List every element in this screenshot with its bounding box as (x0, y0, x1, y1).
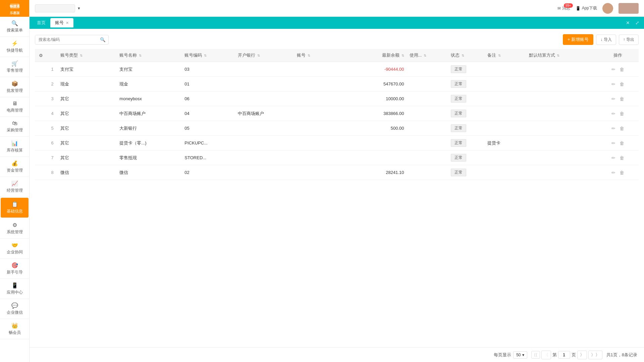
edit-button-3[interactable]: ✏ (610, 110, 617, 117)
tab-home[interactable]: 首页 (32, 18, 50, 27)
page-size-select: 每页显示 50 ▾ (494, 351, 527, 359)
row-balance-7: 28241.10 (342, 165, 407, 180)
edit-button-4[interactable]: ✏ (610, 125, 617, 132)
search-button[interactable]: 🔍 (97, 35, 108, 44)
delete-button-4[interactable]: 🗑 (618, 125, 626, 132)
window-close-button[interactable]: ✕ (624, 19, 632, 26)
row-type-1: 现金 (58, 77, 117, 92)
delete-button-6[interactable]: 🗑 (618, 155, 626, 161)
edit-button-2[interactable]: ✏ (610, 96, 617, 102)
col-use[interactable]: 使用... ⇅ (407, 49, 448, 62)
row-account-2 (294, 92, 341, 106)
accounts-table: ⚙ 账号类型 ⇅ 账号名称 ⇅ 账号编码 ⇅ 开户银行 ⇅ 账号 ⇅ 最新余额 … (35, 49, 639, 180)
row-remark-3 (485, 106, 526, 121)
edit-button-1[interactable]: ✏ (610, 81, 617, 87)
delete-button-2[interactable]: 🗑 (618, 96, 626, 102)
edit-button-0[interactable]: ✏ (610, 66, 617, 73)
first-page-button[interactable]: ⟨⟨ (531, 351, 540, 359)
sidebar-item-system[interactable]: ⚙系统管理 (0, 219, 29, 239)
prev-page-button[interactable]: 〈 (541, 351, 551, 359)
sidebar-item-guide[interactable]: 🎯新手引导 (0, 259, 29, 279)
sidebar-item-search-menu[interactable]: 🔍搜索菜单 (0, 17, 29, 37)
sidebar-item-wholesale[interactable]: 📦批发管理 (0, 77, 29, 97)
export-button[interactable]: ↑ 导出 (619, 35, 639, 45)
sidebar-item-app-center[interactable]: 📱应用中心 (0, 279, 29, 299)
row-account-6 (294, 150, 341, 165)
tab-accounts[interactable]: 账号 ✕ (50, 18, 73, 27)
col-default[interactable]: 默认结算方式 ⇅ (526, 49, 597, 62)
row-settings-5 (35, 136, 47, 150)
row-bank-2 (235, 92, 294, 106)
col-status[interactable]: 状态 ⇅ (448, 49, 485, 62)
sidebar-item-enterprise-wechat[interactable]: 💬企业微信 (0, 299, 29, 319)
col-remark[interactable]: 备注 ⇅ (485, 49, 526, 62)
sidebar-item-basic-info[interactable]: 📋基础信息 (1, 198, 29, 218)
col-balance[interactable]: 最新余额 ⇅ (342, 49, 407, 62)
sidebar-item-cooperation[interactable]: 🤝企业协同 (0, 239, 29, 259)
app-download-button[interactable]: 📱 App下载 (576, 5, 597, 11)
add-account-button[interactable]: + 新增账号 (563, 34, 593, 45)
row-balance-3: 383866.00 (342, 106, 407, 121)
sidebar-icon-basic-info: 📋 (11, 201, 18, 207)
col-account[interactable]: 账号 ⇅ (294, 49, 341, 62)
svg-text:畅捷通: 畅捷通 (10, 4, 20, 8)
import-button[interactable]: ↓ 导入 (596, 35, 616, 45)
sidebar-item-quick-nav[interactable]: ⚡快捷导航 (0, 37, 29, 57)
delete-button-5[interactable]: 🗑 (618, 140, 626, 146)
topbar-dropdown[interactable]: ▾ (78, 6, 80, 11)
sidebar-item-ecommerce[interactable]: 🖥电商管理 (0, 97, 29, 117)
row-remark-2 (485, 92, 526, 106)
content-area: 🔍 + 新增账号 ↓ 导入 ↑ 导出 ⚙ 账号类型 ⇅ (30, 29, 644, 362)
row-settings-7 (35, 165, 47, 180)
message-button[interactable]: ✉ 消息 99+ (557, 5, 570, 11)
window-maximize-button[interactable]: ⤢ (633, 19, 641, 26)
delete-button-0[interactable]: 🗑 (618, 66, 626, 73)
row-status-4: 正常 (448, 121, 485, 136)
topbar-search-input[interactable] (35, 4, 75, 12)
col-code[interactable]: 账号编码 ⇅ (182, 49, 235, 62)
delete-button-1[interactable]: 🗑 (618, 81, 626, 87)
row-action-6: ✏ 🗑 (597, 150, 639, 165)
sidebar-item-membership[interactable]: 👑畅会员 (0, 319, 29, 339)
sidebar-icon-wholesale: 📦 (11, 80, 18, 87)
last-page-button[interactable]: 〉〉 (588, 351, 602, 359)
sidebar-item-purchase[interactable]: 🛍采购管理 (0, 117, 29, 137)
sidebar-item-inventory[interactable]: 📊库存核算 (0, 137, 29, 157)
row-num-5: 6 (47, 136, 58, 150)
col-type[interactable]: 账号类型 ⇅ (58, 49, 117, 62)
sidebar-label-wholesale: 批发管理 (7, 88, 23, 94)
col-bank[interactable]: 开户银行 ⇅ (235, 49, 294, 62)
row-balance-0: -90444.00 (342, 62, 407, 77)
row-code-6: STORED... (182, 150, 235, 165)
delete-button-7[interactable]: 🗑 (618, 169, 626, 176)
page-size-dropdown[interactable]: 50 ▾ (513, 351, 527, 359)
app-sub-label: 乐惠版 (10, 11, 20, 15)
row-use-0 (407, 62, 448, 77)
row-num-2: 3 (47, 92, 58, 106)
delete-button-3[interactable]: 🗑 (618, 110, 626, 117)
import-label: ↓ 导入 (600, 37, 611, 43)
page-number-input[interactable] (558, 351, 570, 359)
status-badge-7: 正常 (451, 169, 466, 176)
phone-icon: 📱 (576, 6, 581, 11)
next-page-button[interactable]: 〉 (577, 351, 587, 359)
col-settings[interactable]: ⚙ (35, 49, 47, 62)
edit-button-7[interactable]: ✏ (610, 169, 617, 176)
edit-button-5[interactable]: ✏ (610, 140, 617, 146)
sidebar-item-finance[interactable]: 💰资金管理 (0, 157, 29, 177)
col-name[interactable]: 账号名称 ⇅ (117, 49, 182, 62)
sidebar-item-operations[interactable]: 📈经营管理 (0, 177, 29, 197)
user-avatar[interactable] (602, 3, 613, 14)
sidebar-icon-ecommerce: 🖥 (12, 101, 17, 107)
row-settings-6 (35, 150, 47, 165)
sidebar-item-retail[interactable]: 🛒零售管理 (0, 57, 29, 77)
row-bank-1 (235, 77, 294, 92)
search-input[interactable] (35, 35, 97, 44)
row-use-4 (407, 121, 448, 136)
sidebar-label-enterprise-wechat: 企业微信 (7, 310, 23, 315)
user-info[interactable] (619, 3, 639, 14)
edit-button-6[interactable]: ✏ (610, 155, 617, 161)
tab-accounts-close-icon[interactable]: ✕ (66, 21, 69, 25)
row-type-3: 其它 (58, 106, 117, 121)
topbar: ▾ ✉ 消息 99+ 📱 App下载 (30, 0, 644, 17)
